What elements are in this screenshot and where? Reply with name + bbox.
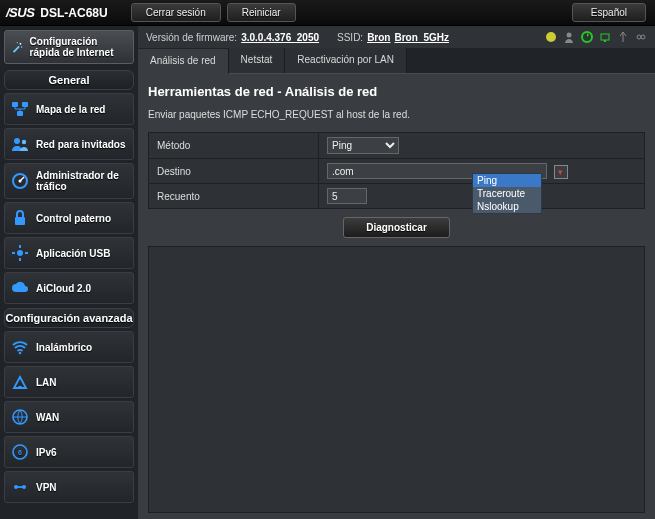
output-area xyxy=(148,246,645,513)
ssid-link-1[interactable]: Bron xyxy=(367,32,390,43)
svg-point-7 xyxy=(22,140,26,144)
qis-button[interactable]: Configuración rápida de Internet xyxy=(4,30,134,64)
nav-label: Aplicación USB xyxy=(36,248,110,259)
svg-point-16 xyxy=(19,352,22,355)
nav-lan[interactable]: LAN xyxy=(4,366,134,398)
wifi-icon xyxy=(11,338,29,356)
nav-vpn[interactable]: VPN xyxy=(4,471,134,503)
nav-label: VPN xyxy=(36,482,57,493)
svg-point-28 xyxy=(637,35,641,39)
nav-aicloud[interactable]: AiCloud 2.0 xyxy=(4,272,134,304)
sidebar: Configuración rápida de Internet General… xyxy=(0,26,138,519)
gear-icon xyxy=(11,244,29,262)
nav-wireless[interactable]: Inalámbrico xyxy=(4,331,134,363)
method-dropdown-open: Ping Traceroute Nslookup xyxy=(472,173,542,214)
lock-icon xyxy=(11,209,29,227)
wand-icon xyxy=(11,37,24,57)
ipv6-icon: 6 xyxy=(11,443,29,461)
svg-rect-13 xyxy=(19,258,21,261)
svg-point-0 xyxy=(20,43,22,45)
reboot-button[interactable]: Reiniciar xyxy=(227,3,296,22)
svg-rect-27 xyxy=(604,40,606,42)
nav-label: Administrador de tráfico xyxy=(36,170,127,192)
tab-bar: Análisis de red Netstat Reactivación por… xyxy=(138,48,655,74)
svg-rect-12 xyxy=(19,245,21,248)
nav-label: WAN xyxy=(36,412,59,423)
firmware-link[interactable]: 3.0.0.4.376_2050 xyxy=(241,32,319,43)
nav-label: Mapa de la red xyxy=(36,104,105,115)
refresh-icon[interactable] xyxy=(581,31,593,43)
link-icon[interactable] xyxy=(635,31,647,43)
method-label: Método xyxy=(149,133,319,159)
user-icon[interactable] xyxy=(563,31,575,43)
svg-rect-3 xyxy=(12,102,18,107)
tab-wake-on-lan[interactable]: Reactivación por LAN xyxy=(285,48,407,73)
svg-point-6 xyxy=(14,138,20,144)
model-name: DSL-AC68U xyxy=(40,6,107,20)
nav-wan[interactable]: WAN xyxy=(4,401,134,433)
nav-label: AiCloud 2.0 xyxy=(36,283,91,294)
svg-rect-4 xyxy=(22,102,28,107)
nav-usb-app[interactable]: Aplicación USB xyxy=(4,237,134,269)
tab-netstat[interactable]: Netstat xyxy=(229,48,286,73)
firmware-label: Versión de firmware: xyxy=(146,32,237,43)
bulb-icon[interactable] xyxy=(545,31,557,43)
cloud-icon xyxy=(11,279,29,297)
network-map-icon xyxy=(11,100,29,118)
svg-rect-14 xyxy=(12,252,15,254)
nav-traffic-manager[interactable]: Administrador de tráfico xyxy=(4,163,134,199)
method-option-nslookup[interactable]: Nslookup xyxy=(473,200,541,213)
vpn-icon xyxy=(11,478,29,496)
globe-icon xyxy=(11,408,29,426)
svg-point-2 xyxy=(21,46,22,47)
lan-status-icon[interactable] xyxy=(599,31,611,43)
svg-rect-15 xyxy=(25,252,28,254)
svg-point-29 xyxy=(641,35,645,39)
lan-icon xyxy=(11,373,29,391)
method-option-ping[interactable]: Ping xyxy=(473,174,541,187)
nav-label: Inalámbrico xyxy=(36,342,92,353)
nav-parental-control[interactable]: Control paterno xyxy=(4,202,134,234)
nav-label: Control paterno xyxy=(36,213,111,224)
info-bar: Versión de firmware: 3.0.0.4.376_2050 SS… xyxy=(138,26,655,48)
nav-guest-network[interactable]: Red para invitados xyxy=(4,128,134,160)
tab-network-analysis[interactable]: Análisis de red xyxy=(138,49,229,74)
count-input[interactable] xyxy=(327,188,367,204)
usb-status-icon[interactable] xyxy=(617,31,629,43)
section-general: General xyxy=(4,70,134,90)
svg-point-24 xyxy=(567,33,572,38)
svg-rect-26 xyxy=(601,34,609,40)
brand-logo: /SUS xyxy=(6,5,34,20)
ssid-label: SSID: xyxy=(337,32,363,43)
method-select[interactable]: Ping xyxy=(327,137,399,154)
panel-title: Herramientas de red - Análisis de red xyxy=(148,84,645,99)
panel-description: Enviar paquetes ICMP ECHO_REQUEST al hos… xyxy=(148,109,645,120)
svg-point-1 xyxy=(17,42,18,43)
svg-point-23 xyxy=(546,32,556,42)
ssid-link-2[interactable]: Bron_5GHz xyxy=(394,32,448,43)
svg-point-9 xyxy=(19,180,22,183)
svg-rect-10 xyxy=(15,217,25,225)
method-option-traceroute[interactable]: Traceroute xyxy=(473,187,541,200)
svg-point-11 xyxy=(17,250,23,256)
nav-label: LAN xyxy=(36,377,57,388)
count-label: Recuento xyxy=(149,184,319,209)
nav-label: Red para invitados xyxy=(36,139,125,150)
nav-label: IPv6 xyxy=(36,447,57,458)
qis-label: Configuración rápida de Internet xyxy=(30,36,127,58)
section-advanced: Configuración avanzada xyxy=(4,308,134,328)
logout-button[interactable]: Cerrar sesión xyxy=(131,3,221,22)
target-label: Destino xyxy=(149,159,319,184)
nav-ipv6[interactable]: 6 IPv6 xyxy=(4,436,134,468)
gauge-icon xyxy=(11,172,29,190)
favorite-button[interactable]: ▾ xyxy=(554,165,568,179)
language-button[interactable]: Español xyxy=(572,3,646,22)
diagnose-button[interactable]: Diagnosticar xyxy=(343,217,450,238)
svg-text:6: 6 xyxy=(18,449,22,456)
guest-icon xyxy=(11,135,29,153)
svg-rect-5 xyxy=(17,111,23,116)
nav-network-map[interactable]: Mapa de la red xyxy=(4,93,134,125)
svg-rect-17 xyxy=(19,386,22,389)
